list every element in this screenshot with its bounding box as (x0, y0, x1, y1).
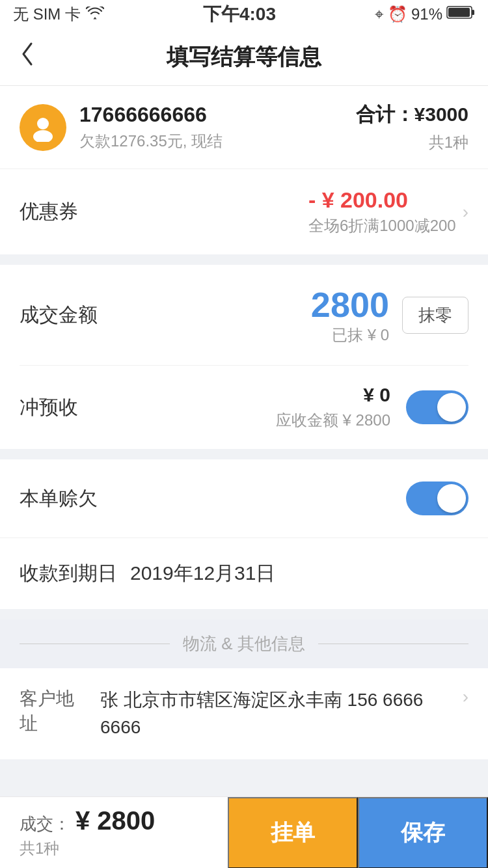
precharge-amount: ¥ 0 (276, 384, 390, 406)
deal-amount-value: 2800 (311, 284, 389, 325)
round-button[interactable]: 抹零 (402, 297, 468, 334)
arrears-row: 本单赊欠 (0, 459, 488, 537)
coupon-right: - ¥ 200.00 全场6折满1000减200 › (308, 187, 468, 236)
alarm-icon: ⏰ (388, 5, 407, 23)
total-amount: 合计：¥3000 (356, 102, 468, 128)
address-value: 张 北京市市辖区海淀区永丰南 156 6666 6666 (100, 686, 463, 741)
wifi-icon (86, 5, 104, 23)
deal-section: 成交金额 2800 已抹 ¥ 0 抹零 冲预收 ¥ 0 应收金额 ¥ 2800 (0, 265, 488, 449)
address-label: 客户地址 (20, 686, 85, 736)
logistics-line-left (20, 644, 170, 644)
status-left: 无 SIM 卡 (13, 4, 104, 25)
precharge-right: ¥ 0 应收金额 ¥ 2800 (276, 384, 468, 431)
footer-count: 共1种 (20, 838, 208, 859)
svg-point-4 (33, 130, 53, 142)
footer: 成交： ¥ 2800 共1种 挂单 保存 (0, 796, 488, 868)
deal-right: 2800 已抹 ¥ 0 抹零 (311, 284, 468, 346)
page-title: 填写结算等信息 (167, 42, 321, 72)
total-count: 共1种 (356, 132, 468, 153)
save-button[interactable]: 保存 (358, 797, 488, 869)
deal-label: 成交金额 (20, 302, 98, 329)
status-bar: 无 SIM 卡 下午4:03 ⌖ ⏰ 91% (0, 0, 488, 29)
coupon-desc: 全场6折满1000减200 (308, 215, 456, 236)
duedate-label: 收款到期日 (20, 560, 117, 587)
chevron-right-icon: › (463, 202, 468, 223)
status-right: ⌖ ⏰ 91% (375, 5, 475, 23)
precharge-sub: 应收金额 ¥ 2800 (276, 410, 390, 431)
deal-amount-group: 2800 已抹 ¥ 0 (311, 284, 389, 346)
precharge-vals: ¥ 0 应收金额 ¥ 2800 (276, 384, 390, 431)
precharge-row: 冲预收 ¥ 0 应收金额 ¥ 2800 (0, 366, 488, 449)
location-icon: ⌖ (375, 5, 384, 23)
precharge-toggle[interactable] (406, 390, 468, 424)
avatar (20, 104, 66, 151)
footer-deal-label: 成交： (20, 813, 70, 835)
footer-info: 成交： ¥ 2800 共1种 (0, 806, 228, 859)
precharge-label: 冲预收 (20, 394, 78, 421)
nav-bar: 填写结算等信息 (0, 29, 488, 86)
address-row[interactable]: 客户地址 张 北京市市辖区海淀区永丰南 156 6666 6666 › (0, 668, 488, 759)
logistics-line-right (318, 644, 468, 644)
duedate-row: 收款到期日 2019年12月31日 (0, 537, 488, 609)
arrears-toggle[interactable] (406, 481, 468, 515)
svg-rect-2 (448, 8, 470, 17)
coupon-info: - ¥ 200.00 全场6折满1000减200 (308, 187, 456, 236)
arrears-section: 本单赊欠 收款到期日 2019年12月31日 (0, 459, 488, 609)
battery-icon (446, 5, 475, 23)
sim-text: 无 SIM 卡 (13, 4, 81, 25)
logistics-header: 物流 & 其他信息 (0, 619, 488, 668)
hold-button[interactable]: 挂单 (228, 797, 358, 869)
coupon-discount: - ¥ 200.00 (308, 187, 456, 213)
coupon-label: 优惠券 (20, 198, 78, 225)
deal-sub-text: 已抹 ¥ 0 (311, 325, 389, 346)
customer-total: 合计：¥3000 共1种 (356, 102, 468, 153)
arrears-label: 本单赊欠 (20, 485, 98, 512)
svg-point-3 (37, 118, 49, 129)
address-chevron-icon: › (463, 686, 468, 707)
svg-rect-1 (472, 10, 474, 15)
duedate-value: 2019年12月31日 (130, 560, 275, 587)
logistics-text: 物流 & 其他信息 (183, 632, 305, 655)
customer-left: 17666666666 欠款1276.35元, 现结 (20, 103, 223, 152)
battery-text: 91% (411, 5, 442, 23)
coupon-row[interactable]: 优惠券 - ¥ 200.00 全场6折满1000减200 › (0, 169, 488, 254)
footer-deal-row: 成交： ¥ 2800 (20, 806, 208, 835)
status-time: 下午4:03 (203, 2, 276, 27)
customer-phone: 17666666666 (79, 103, 223, 127)
footer-deal-amount: ¥ 2800 (75, 806, 155, 835)
customer-debt: 欠款1276.35元, 现结 (79, 131, 223, 152)
back-button[interactable] (20, 41, 35, 73)
customer-section: 17666666666 欠款1276.35元, 现结 合计：¥3000 共1种 … (0, 86, 488, 254)
customer-row: 17666666666 欠款1276.35元, 现结 合计：¥3000 共1种 (0, 86, 488, 169)
deal-row: 成交金额 2800 已抹 ¥ 0 抹零 (0, 265, 488, 365)
customer-info: 17666666666 欠款1276.35元, 现结 (79, 103, 223, 152)
